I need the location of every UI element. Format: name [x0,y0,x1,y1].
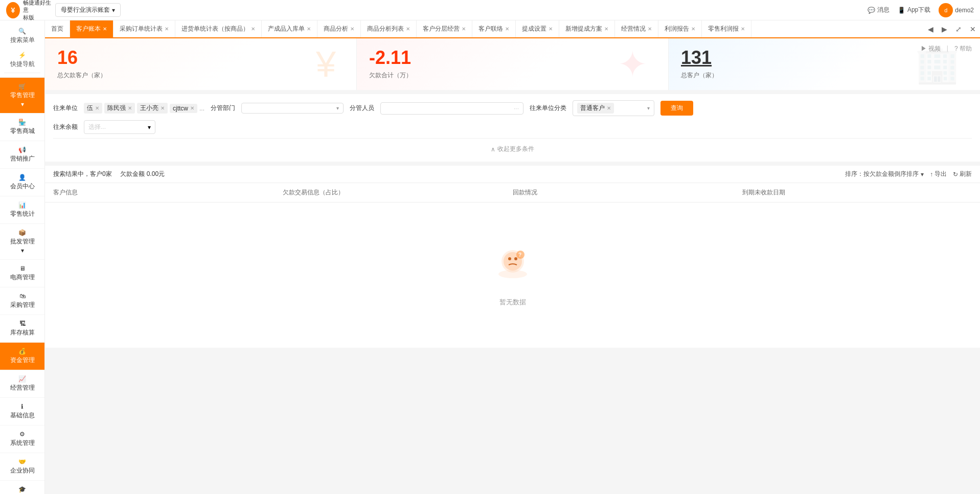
tab-maximize[interactable]: ⤢ [951,23,966,35]
tab-close-customer-accounts[interactable]: ✕ [103,26,107,32]
remove-unit-category[interactable]: ✕ [607,105,611,111]
filter-dept-label: 分管部门 [211,104,235,113]
tab-close-product-instock[interactable]: ✕ [307,26,311,32]
sidebar-item-retail-stats[interactable]: 📊 零售统计 [0,196,44,224]
sidebar-item-member[interactable]: 👤 会员中心 [0,169,44,196]
tab-home[interactable]: 首页 [45,20,70,37]
help-btn[interactable]: ? 帮助 [954,44,972,53]
tab-scroll-left[interactable]: ◀ [924,23,938,35]
workspace-selector[interactable]: 母婴行业演示账套 ▾ [55,3,121,17]
tab-close-product-analysis[interactable]: ✕ [350,26,354,32]
tab-close-new-promotion[interactable]: ✕ [604,26,608,32]
remove-tag-chen[interactable]: ✕ [128,105,132,111]
filter-tag-wang: 王小亮 ✕ [137,103,168,114]
sidebar-item-ecommerce[interactable]: 🖥 电商管理 [0,260,44,287]
tab-customer-accounts[interactable]: 客户账本 ✕ [70,20,113,37]
app-download-btn[interactable]: 📱 App下载 [898,6,930,14]
refresh-icon: ↻ [953,171,958,178]
user-profile[interactable]: d demo2 [939,3,974,17]
tab-scroll-right[interactable]: ▶ [938,23,951,35]
tab-retail-profit[interactable]: 零售利润报 ✕ [702,20,751,37]
sidebar-item-wholesale[interactable]: 📦 批发管理 ▾ [0,224,44,260]
tab-close-customer-contact[interactable]: ✕ [505,26,509,32]
page-content: ¥ 16 总欠款客户（家） ✦ -2.11 欠款合计（万） 🏢 [45,38,980,494]
quick-nav-btn[interactable]: ⚡ 快捷导航 [4,48,40,73]
tab-close-profit-report[interactable]: ✕ [691,26,695,32]
tab-bar: 首页 客户账本 ✕ 采购订单统计表 ✕ 进货单统计表（按商品） ✕ 产成品入库单… [45,20,980,38]
video-btn[interactable]: ▶ 视频 [921,44,941,53]
empty-text: 暂无数据 [499,298,526,307]
inventory-icon: 🏗 [19,320,26,327]
collapse-row: ∧ 收起更多条件 [53,138,972,155]
sidebar-item-new-guide[interactable]: 🎓 新手引导 [0,481,44,494]
col-customer-info: 客户信息 [53,188,283,197]
tab-product-instock[interactable]: 产成品入库单 ✕ [262,20,317,37]
sidebar-item-marketing[interactable]: 📢 营销推广 [0,141,44,169]
stats-icon: 📊 [18,201,26,209]
tab-close-product-analysis-list[interactable]: ✕ [406,26,410,32]
search-icon: 🔍 [18,28,26,35]
filter-dept-select[interactable]: ▾ [241,103,344,114]
tab-close-instock-stats[interactable]: ✕ [251,26,255,32]
sidebar-item-inventory[interactable]: 🏗 库存核算 [0,315,44,343]
tab-product-analysis-list[interactable]: 商品分析列表 ✕ [361,20,417,37]
tab-close-all[interactable]: ✕ [966,23,980,35]
results-actions: 排序：按欠款金额倒序排序 ▾ ↑ 导出 ↻ 刷新 [845,170,972,178]
tab-operations[interactable]: 经营情况 ✕ [615,20,658,37]
stat-card-customers: ¥ 16 总欠款客户（家） [45,38,357,90]
sidebar-item-purchase[interactable]: 🛍 采购管理 [0,287,44,315]
stats-row: ¥ 16 总欠款客户（家） ✦ -2.11 欠款合计（万） 🏢 [45,38,980,90]
filter-balance-select[interactable]: 选择... ▾ [84,120,155,134]
stat-label-total: 总客户（家） [681,71,968,80]
data-table: 客户信息 欠款交易信息（占比） 回款情况 到期未收款日期 [45,183,980,348]
tab-close-purchase-orders[interactable]: ✕ [165,26,169,32]
logo-text: 畅捷通好生意 标版 [23,0,51,21]
sidebar-item-finance[interactable]: 💰 资金管理 [0,343,44,370]
search-button[interactable]: 查询 [660,101,693,116]
filter-person-input[interactable]: ··· [380,102,523,115]
tab-product-analysis[interactable]: 商品分析 ✕ [317,20,361,37]
sidebar-item-retail-mall[interactable]: 🏪 零售商城 [0,114,44,141]
filter-more-btn[interactable]: ... [199,105,204,112]
logo-area: ¥ 畅捷通好生意 标版 [6,0,51,21]
sort-dropdown[interactable]: 排序：按欠款金额倒序排序 ▾ [845,170,924,178]
filter-unit-category-select[interactable]: 普通客户 ✕ ▾ [573,100,654,116]
tab-close-retail-profit[interactable]: ✕ [741,26,745,32]
filter-unit-category-label: 往来单位分类 [530,104,566,113]
stat-inner-credit: -2.11 欠款合计（万） [369,49,656,80]
stat-label-credit: 欠款合计（万） [369,71,656,80]
messages-btn[interactable]: 💬 消息 [868,6,890,14]
tab-promotion-settings[interactable]: 提成设置 ✕ [516,20,559,37]
finance-icon: 💰 [18,348,26,355]
sidebar-item-system[interactable]: ⚙ 系统管理 [0,425,44,453]
tab-customer-contact[interactable]: 客户联络 ✕ [472,20,516,37]
download-icon: 📱 [898,7,905,14]
filter-row-1: 往来单位 伍 ✕ 陈民强 ✕ 王小亮 ✕ [53,100,972,116]
tab-new-promotion[interactable]: 新增提成方案 ✕ [559,20,615,37]
remove-tag-wu[interactable]: ✕ [95,105,99,111]
tab-close-customer-segment[interactable]: ✕ [462,26,466,32]
sidebar-item-operations[interactable]: 📈 经营管理 [0,370,44,398]
refresh-btn[interactable]: ↻ 刷新 [953,170,972,178]
sidebar-item-retail-mgmt[interactable]: 🛒 零售管理 ▾ [0,78,44,114]
tab-purchase-orders[interactable]: 采购订单统计表 ✕ [113,20,175,37]
tab-customer-segment[interactable]: 客户分层经营 ✕ [417,20,472,37]
content-area: 首页 客户账本 ✕ 采购订单统计表 ✕ 进货单统计表（按商品） ✕ 产成品入库单… [45,20,980,494]
collapse-btn[interactable]: ∧ 收起更多条件 [491,143,534,155]
sidebar-item-basic-info[interactable]: ℹ 基础信息 [0,398,44,425]
filter-tags: 伍 ✕ 陈民强 ✕ 王小亮 ✕ cjttcw ✕ [84,103,204,114]
collapse-icon: ∧ [491,146,495,153]
tab-close-operations[interactable]: ✕ [648,26,652,32]
retail-icon: 🛒 [18,83,26,90]
tab-close-promotion-settings[interactable]: ✕ [549,26,553,32]
remove-tag-wang[interactable]: ✕ [161,105,165,111]
remove-tag-cjttcw[interactable]: ✕ [190,105,194,111]
tab-profit-report[interactable]: 利润报告 ✕ [658,20,702,37]
export-btn[interactable]: ↑ 导出 [930,170,947,178]
stat-inner-total: 131 总客户（家） [681,49,968,80]
search-menu-btn[interactable]: 🔍 搜索菜单 [4,25,40,48]
avatar: d [939,3,953,17]
tab-instock-stats[interactable]: 进货单统计表（按商品） ✕ [175,20,262,37]
guide-icon: 🎓 [18,486,26,493]
sidebar-item-enterprise[interactable]: 🤝 企业协同 [0,453,44,481]
